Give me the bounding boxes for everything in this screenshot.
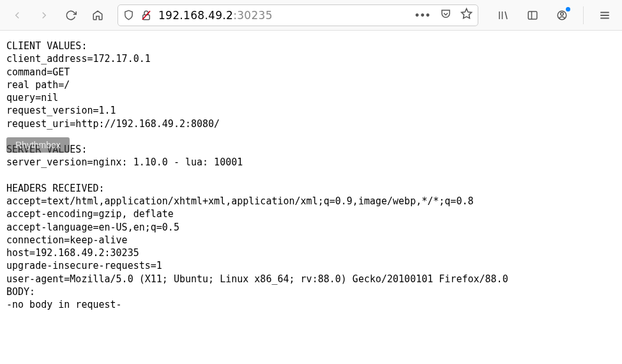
svg-marker-2 (462, 9, 472, 19)
forward-button[interactable] (33, 4, 55, 26)
page-actions-icon[interactable]: ••• (415, 12, 431, 19)
headers-received-header: HEADERS RECEIVED: (6, 183, 105, 194)
server-values-header: SERVER VALUES: (6, 144, 87, 155)
pocket-icon[interactable] (440, 8, 451, 22)
shield-icon[interactable] (123, 10, 134, 20)
notification-dot-icon (566, 7, 570, 11)
connection-line: connection=keep-alive (6, 234, 128, 246)
reload-button[interactable] (60, 4, 82, 26)
request-version-line: request_version=1.1 (6, 105, 116, 116)
user-agent-line: user-agent=Mozilla/5.0 (X11; Ubuntu; Lin… (6, 273, 508, 285)
host-line: host=192.168.49.2:30235 (6, 247, 139, 259)
server-version-line: server_version=nginx: 1.10.0 - lua: 1000… (6, 156, 243, 168)
accept-line: accept=text/html,application/xhtml+xml,a… (6, 195, 474, 207)
browser-toolbar: 192.168.49.2:30235 ••• (0, 0, 622, 31)
upgrade-insecure-line: upgrade-insecure-requests=1 (6, 260, 162, 271)
accept-language-line: accept-language=en-US,en;q=0.5 (6, 222, 179, 233)
bookmark-star-icon[interactable] (460, 8, 473, 22)
account-icon[interactable] (551, 4, 573, 26)
url-text: 192.168.49.2:30235 (158, 9, 409, 22)
svg-line-5 (505, 11, 507, 19)
svg-rect-6 (528, 11, 537, 19)
menu-button[interactable] (594, 4, 616, 26)
svg-point-9 (561, 12, 564, 15)
url-bar[interactable]: 192.168.49.2:30235 ••• (118, 4, 478, 26)
page-content: CLIENT VALUES: client_address=172.17.0.1… (0, 31, 622, 320)
sidebar-icon[interactable] (522, 4, 543, 26)
accept-encoding-line: accept-encoding=gzip, deflate (6, 208, 174, 220)
home-button[interactable] (87, 4, 109, 26)
real-path-line: real path=/ (6, 79, 70, 91)
client-values-header: CLIENT VALUES: (6, 40, 87, 52)
back-button[interactable] (6, 4, 28, 26)
query-line: query=nil (6, 92, 58, 103)
insecure-lock-icon[interactable] (140, 10, 152, 21)
client-address-line: client_address=172.17.0.1 (6, 53, 151, 64)
toolbar-divider (583, 6, 584, 24)
command-line: command=GET (6, 66, 70, 78)
request-uri-line: request_uri=http://192.168.49.2:8080/ (6, 118, 220, 130)
library-icon[interactable] (492, 4, 514, 26)
body-header: BODY: (6, 286, 35, 298)
body-msg-line: -no body in request- (6, 299, 122, 310)
